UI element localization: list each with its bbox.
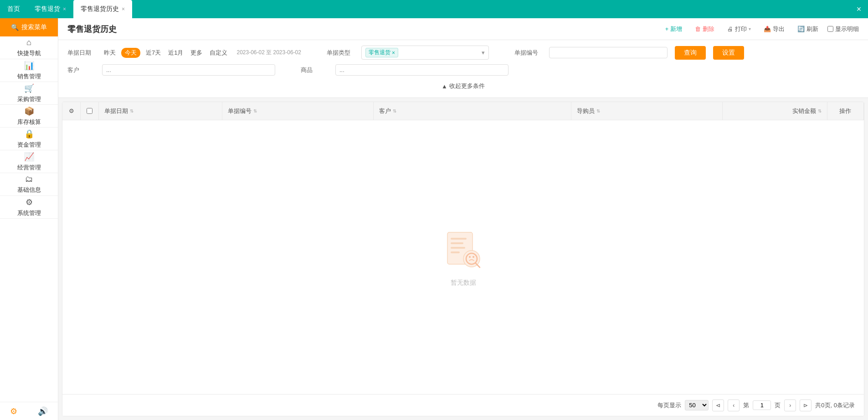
add-button[interactable]: + 新增 (662, 23, 686, 35)
tab-retail-return-label: 零售退货 (35, 5, 60, 13)
empty-text: 暂无数据 (451, 279, 476, 287)
next-page-button[interactable]: › (784, 400, 796, 411)
sidebar-item-purchase-label: 采购管理 (17, 95, 41, 103)
voucher-type-value: 零售退货 (369, 49, 390, 56)
window-close-button[interactable]: × (850, 0, 868, 18)
sidebar-item-base-info[interactable]: 🗂 基础信息 (0, 173, 58, 196)
per-page-select[interactable]: 50 10 20 100 (685, 400, 709, 410)
query-button[interactable]: 查询 (675, 46, 706, 60)
voucher-type-select[interactable]: 零售退货 × ▾ (361, 46, 489, 60)
sidebar-item-ops[interactable]: 📈 经营管理 (0, 150, 58, 173)
goods-input[interactable] (335, 64, 508, 76)
sidebar-item-inventory[interactable]: 📦 库存核算 (0, 105, 58, 128)
tab-retail-return-close[interactable]: × (63, 6, 66, 12)
page-header: 零售退货历史 + 新增 🗑 删除 🖨 打印 ▾ 📤 导出 (58, 18, 868, 40)
settings-button[interactable]: 设置 (713, 46, 744, 60)
delete-icon: 🗑 (695, 26, 701, 32)
voucher-type-tag: 零售退货 × (365, 48, 398, 57)
show-detail-checkbox-label[interactable]: 显示明细 (827, 25, 859, 33)
ops-icon: 📈 (24, 152, 34, 162)
shortcut-last-month[interactable]: 近1月 (166, 48, 185, 58)
refresh-button[interactable]: 🔄 刷新 (794, 23, 822, 35)
last-page-button[interactable]: ⊳ (800, 400, 812, 411)
tab-retail-return-history[interactable]: 零售退货历史 × (73, 0, 132, 18)
tab-retail-return-history-close[interactable]: × (122, 6, 125, 12)
finance-icon: 🔒 (24, 129, 34, 139)
print-label: 打印 (735, 25, 747, 33)
collapse-label: 收起更多条件 (449, 82, 485, 90)
empty-state: 暂无数据 (62, 120, 864, 394)
th-customer-label: 客户 (379, 107, 391, 115)
empty-icon (441, 228, 486, 273)
top-bar: 首页 零售退货 × 零售退货历史 × × (0, 0, 868, 18)
collapse-icon: ▲ (442, 83, 447, 90)
print-dropdown-icon: ▾ (749, 26, 751, 31)
export-button[interactable]: 📤 导出 (760, 23, 788, 35)
shortcut-more[interactable]: 更多 (189, 48, 204, 58)
voucher-type-tag-close[interactable]: × (392, 50, 395, 56)
sidebar-item-inventory-label: 库存核算 (17, 118, 41, 126)
sidebar-audio-button[interactable]: 🔊 (38, 406, 48, 416)
sidebar-item-sales-mgmt[interactable]: 📊 销售管理 (0, 59, 58, 82)
page-unit: 页 (775, 401, 781, 410)
sidebar-item-sys-mgmt[interactable]: ⚙ 系统管理 (0, 196, 58, 219)
voucher-date-label: 单据日期 (67, 49, 95, 57)
filter-row-2: 客户 商品 (67, 64, 859, 76)
sales-icon: 📊 (24, 61, 34, 71)
th-action-label: 操作 (839, 107, 851, 115)
th-amount[interactable]: 实销金额 ⇅ (723, 102, 827, 120)
home-icon: ⌂ (26, 38, 31, 47)
page-input[interactable] (753, 400, 771, 410)
th-guide[interactable]: 导购员 ⇅ (571, 102, 723, 120)
window-close-icon: × (857, 5, 862, 14)
svg-rect-2 (451, 242, 463, 244)
sidebar-search[interactable]: 🔍 搜索菜单 (0, 18, 58, 36)
export-label: 导出 (773, 25, 785, 33)
refresh-label: 刷新 (806, 25, 818, 33)
shortcut-yesterday[interactable]: 昨天 (102, 48, 118, 58)
base-info-icon: 🗂 (25, 174, 33, 184)
th-date-sort-icon: ⇅ (130, 108, 134, 113)
th-action: 操作 (827, 102, 864, 120)
th-settings[interactable]: ⚙ (62, 102, 81, 120)
first-page-button[interactable]: ⊲ (712, 400, 724, 411)
pagination: 每页显示 50 10 20 100 ⊲ ‹ 第 页 › ⊳ 共0页, 0条记录 (62, 394, 864, 416)
sidebar-item-finance[interactable]: 🔒 资金管理 (0, 128, 58, 150)
tab-retail-return[interactable]: 零售退货 × (27, 0, 73, 18)
sidebar-item-purchase-mgmt[interactable]: 🛒 采购管理 (0, 82, 58, 105)
main-layout: 🔍 搜索菜单 ⌂ 快捷导航 📊 销售管理 🛒 采购管理 📦 库存核算 🔒 资金管… (0, 18, 868, 420)
svg-rect-1 (451, 238, 467, 240)
prev-page-button[interactable]: ‹ (728, 400, 740, 411)
voucher-no-label: 单据编号 (514, 49, 542, 57)
delete-label: 删除 (703, 25, 714, 33)
th-doc-no[interactable]: 单据编号 ⇅ (222, 102, 374, 120)
th-customer-sort-icon: ⇅ (393, 108, 396, 113)
sidebar-item-ops-label: 经营管理 (17, 164, 41, 172)
sidebar-gear-button[interactable]: ⚙ (10, 406, 17, 416)
shortcut-custom[interactable]: 自定义 (208, 48, 229, 58)
page-title: 零售退货历史 (67, 24, 662, 35)
show-detail-checkbox[interactable] (827, 26, 833, 32)
show-detail-label: 显示明细 (835, 25, 859, 33)
th-customer[interactable]: 客户 ⇅ (374, 102, 571, 120)
sidebar-item-quick-nav[interactable]: ⌂ 快捷导航 (0, 36, 58, 59)
sidebar-item-sys-label: 系统管理 (17, 209, 41, 217)
select-all-checkbox[interactable] (87, 108, 92, 114)
th-date-label: 单据日期 (104, 107, 128, 115)
customer-input[interactable] (102, 64, 275, 76)
th-date[interactable]: 单据日期 ⇅ (99, 102, 222, 120)
voucher-no-input[interactable] (549, 47, 668, 58)
shortcut-last7[interactable]: 近7天 (144, 48, 163, 58)
th-doc-no-sort-icon: ⇅ (253, 108, 257, 113)
th-checkbox[interactable] (81, 102, 99, 120)
shortcut-today[interactable]: 今天 (121, 48, 140, 58)
per-page-label: 每页显示 (657, 401, 681, 410)
print-button[interactable]: 🖨 打印 ▾ (724, 23, 755, 35)
sidebar: 🔍 搜索菜单 ⌂ 快捷导航 📊 销售管理 🛒 采购管理 📦 库存核算 🔒 资金管… (0, 18, 58, 420)
tab-home[interactable]: 首页 (0, 0, 27, 18)
delete-button[interactable]: 🗑 删除 (691, 23, 718, 35)
table-header: ⚙ 单据日期 ⇅ 单据编号 ⇅ 客户 ⇅ 导购员 ⇅ (62, 102, 864, 120)
collapse-more-btn[interactable]: ▲ 收起更多条件 (67, 80, 859, 92)
table-wrapper: ⚙ 单据日期 ⇅ 单据编号 ⇅ 客户 ⇅ 导购员 ⇅ (62, 102, 864, 416)
sys-icon: ⚙ (26, 197, 33, 207)
